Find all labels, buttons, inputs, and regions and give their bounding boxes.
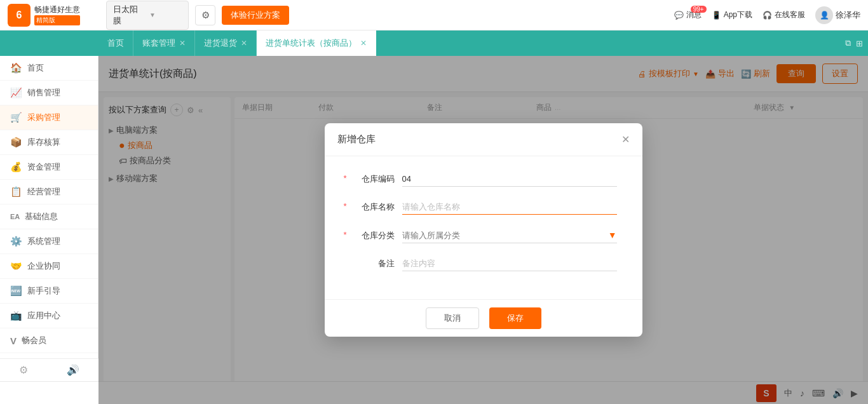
online-service-label: 在线客服 (775, 10, 805, 20)
warehouse-code-input[interactable] (402, 172, 617, 187)
avatar: 👤 (815, 6, 833, 24)
app-download-label: App下载 (724, 10, 752, 20)
store-selector[interactable]: 日太阳膜 ▼ (106, 1, 189, 30)
sidebar-item-basic-info[interactable]: EA 基础信息 (0, 205, 98, 229)
header-right: 💬 消息 99+ 📱 App下载 🎧 在线客服 👤 徐泽华 (674, 6, 860, 24)
sidebar-item-sales[interactable]: 📈 销售管理 (0, 81, 98, 105)
user-name-label: 徐泽华 (836, 10, 860, 21)
sidebar-label-app-center: 应用中心 (27, 310, 60, 321)
finance-icon: 💰 (10, 161, 22, 173)
dialog-body: 仓库编码 仓库名称 仓库分类 ▼ (325, 156, 642, 299)
app-logo-icon: 6 (8, 4, 31, 27)
content-area: 进货单统计(按商品) 🖨 按模板打印 ▼ 📤 导出 🔄 刷新 查询 设置 (98, 56, 868, 404)
sidebar-label-sales: 销售管理 (27, 87, 60, 98)
sidebar-item-purchase[interactable]: 🛒 采购管理 (0, 105, 98, 130)
system-icon: ⚙️ (10, 236, 22, 247)
sidebar-item-guide[interactable]: 🆕 新手引导 (0, 279, 98, 304)
tab-purchase-stats[interactable]: 进货单统计表（按商品） ✕ (257, 30, 376, 56)
purchase-icon: 🛒 (10, 112, 22, 123)
category-dropdown-arrow: ▼ (608, 230, 617, 240)
sidebar-item-enterprise[interactable]: 🤝 企业协同 (0, 254, 98, 279)
sidebar-settings-icon[interactable]: ⚙ (19, 364, 28, 376)
tab-account-management[interactable]: 账套管理 ✕ (133, 30, 195, 56)
dialog-title: 新增仓库 (337, 133, 376, 145)
cancel-button[interactable]: 取消 (426, 307, 479, 329)
sidebar-item-finance[interactable]: 💰 资金管理 (0, 155, 98, 180)
sidebar-item-inventory[interactable]: 📦 库存核算 (0, 130, 98, 155)
sidebar-label-purchase: 采购管理 (27, 112, 60, 123)
tab-purchase-return[interactable]: 进货退货 ✕ (195, 30, 257, 56)
sidebar-label-basic-info: 基础信息 (25, 211, 58, 222)
sidebar-label-finance: 资金管理 (27, 161, 60, 173)
sidebar: 🏠 首页 📈 销售管理 🛒 采购管理 📦 库存核算 💰 资金管理 📋 经营管理 … (0, 56, 98, 404)
messages-badge: 99+ (691, 6, 707, 13)
sidebar-label-system: 系统管理 (27, 236, 60, 247)
tab-bar: 首页 账套管理 ✕ 进货退货 ✕ 进货单统计表（按商品） ✕ ⧉ ⊞ (0, 30, 868, 56)
brand-name: 畅捷通好生意 (34, 4, 80, 15)
tab-bar-controls: ⧉ ⊞ (845, 38, 868, 48)
sidebar-label-membership: 畅会员 (22, 335, 46, 346)
store-name: 日太阳膜 (113, 4, 146, 27)
messages-button[interactable]: 💬 消息 99+ (674, 10, 702, 20)
gear-button[interactable]: ⚙ (195, 5, 215, 25)
dialog-header: 新增仓库 ✕ (325, 123, 642, 156)
warehouse-code-label: 仓库编码 (350, 173, 395, 185)
tab-window-expand[interactable]: ⊞ (856, 39, 863, 48)
warehouse-category-label: 仓库分类 (350, 230, 395, 241)
sidebar-bottom-controls: ⚙ 🔊 (0, 358, 98, 381)
sales-icon: 📈 (10, 87, 22, 98)
tab-close-stats[interactable]: ✕ (360, 39, 367, 48)
app-download-button[interactable]: 📱 App下载 (712, 10, 752, 20)
headset-icon: 🎧 (763, 11, 772, 20)
warehouse-remark-label: 备注 (350, 258, 395, 269)
inventory-icon: 📦 (10, 137, 22, 148)
top-header: 6 畅捷通好生意 精简版 日太阳膜 ▼ ⚙ 体验行业方案 💬 消息 99+ 📱 … (0, 0, 868, 30)
warehouse-category-row: 仓库分类 ▼ (350, 227, 617, 243)
guide-icon: 🆕 (10, 285, 22, 297)
warehouse-remark-row: 备注 (350, 256, 617, 271)
app-center-icon: 📺 (10, 310, 22, 321)
sidebar-label-home: 首页 (27, 62, 44, 74)
phone-icon: 📱 (712, 11, 721, 20)
sidebar-item-home[interactable]: 🏠 首页 (0, 56, 98, 81)
warehouse-name-row: 仓库名称 (350, 199, 617, 215)
sidebar-item-membership[interactable]: V 畅会员 (0, 328, 98, 353)
sidebar-label-guide: 新手引导 (27, 285, 60, 297)
warehouse-name-label: 仓库名称 (350, 201, 395, 213)
membership-icon: V (10, 335, 17, 346)
tab-home[interactable]: 首页 (98, 30, 133, 56)
operations-icon: 📋 (10, 186, 22, 198)
warehouse-name-input[interactable] (402, 199, 617, 215)
warehouse-category-select[interactable]: ▼ (402, 227, 617, 243)
sidebar-item-system[interactable]: ⚙️ 系统管理 (0, 229, 98, 254)
sidebar-item-app-center[interactable]: 📺 应用中心 (0, 304, 98, 328)
app-badge: 精简版 (34, 15, 80, 25)
warehouse-remark-input[interactable] (402, 256, 617, 271)
sidebar-item-operations[interactable]: 📋 经营管理 (0, 180, 98, 205)
trial-button[interactable]: 体验行业方案 (222, 6, 289, 25)
online-service-button[interactable]: 🎧 在线客服 (763, 10, 805, 20)
basic-info-icon: EA (10, 213, 20, 220)
user-profile[interactable]: 👤 徐泽华 (815, 6, 860, 24)
tab-window-restore[interactable]: ⧉ (845, 38, 851, 48)
sidebar-label-inventory: 库存核算 (27, 137, 60, 148)
sidebar-label-enterprise: 企业协同 (27, 260, 60, 272)
main-layout: 🏠 首页 📈 销售管理 🛒 采购管理 📦 库存核算 💰 资金管理 📋 经营管理 … (0, 56, 868, 404)
sidebar-collapse-icon[interactable]: 🔊 (67, 364, 79, 376)
save-button[interactable]: 保存 (489, 307, 541, 329)
dialog-close-button[interactable]: ✕ (621, 135, 630, 145)
warehouse-code-row: 仓库编码 (350, 172, 617, 187)
tab-close-account[interactable]: ✕ (179, 39, 186, 48)
tab-close-return[interactable]: ✕ (241, 39, 247, 48)
enterprise-icon: 🤝 (10, 260, 22, 272)
message-icon: 💬 (674, 11, 684, 20)
gear-icon: ⚙ (201, 10, 210, 21)
modal-overlay: 新增仓库 ✕ 仓库编码 仓库名称 (98, 56, 868, 404)
sidebar-label-operations: 经营管理 (27, 186, 60, 198)
logo-area: 6 畅捷通好生意 精简版 (8, 4, 106, 27)
new-warehouse-dialog: 新增仓库 ✕ 仓库编码 仓库名称 (325, 123, 642, 337)
warehouse-category-input[interactable] (402, 231, 608, 240)
home-icon: 🏠 (10, 62, 22, 74)
store-dropdown-arrow: ▼ (149, 11, 182, 18)
dialog-footer: 取消 保存 (325, 299, 642, 337)
